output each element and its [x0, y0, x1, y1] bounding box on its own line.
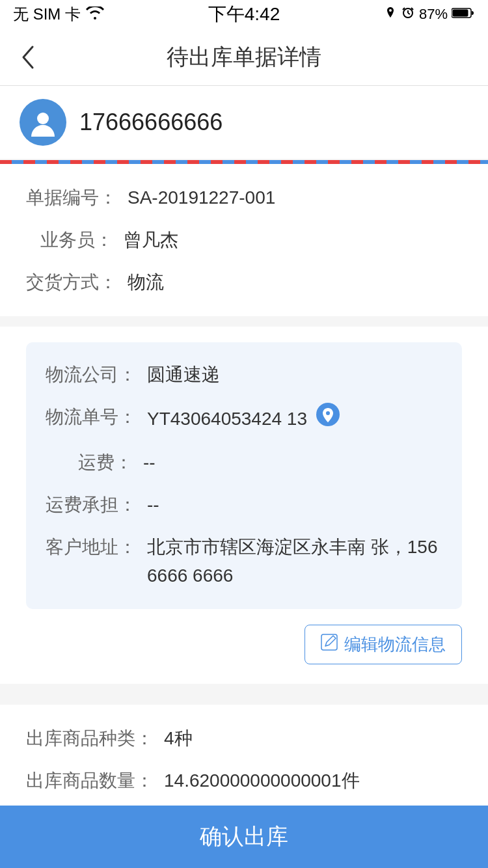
location-icon	[384, 6, 397, 23]
edit-logistics-button[interactable]: 编辑物流信息	[305, 625, 462, 664]
freight-bearer-value: --	[147, 491, 442, 520]
address-label: 客户地址：	[46, 533, 147, 562]
goods-quantity-label: 出库商品数量：	[26, 766, 164, 796]
edit-logistics-container: 编辑物流信息	[26, 625, 462, 664]
staff-value: 曾凡杰	[124, 226, 462, 255]
logistics-section: 物流公司： 圆通速递 物流单号： YT43064053424 13 运费：	[0, 327, 488, 684]
delivery-method-row: 交货方式： 物流	[26, 268, 462, 297]
customer-phone: 17666666666	[79, 109, 223, 136]
logistics-company-label: 物流公司：	[46, 360, 147, 390]
location-pin-icon[interactable]	[316, 403, 340, 435]
delivery-method-value: 物流	[128, 268, 462, 297]
status-left: 无 SIM 卡	[13, 4, 104, 25]
freight-value: --	[143, 448, 442, 478]
edit-logistics-label: 编辑物流信息	[344, 633, 446, 656]
freight-bearer-row: 运费承担： --	[46, 491, 442, 520]
svg-rect-4	[453, 10, 468, 17]
carrier-text: 无 SIM 卡	[13, 4, 81, 25]
edit-icon	[321, 634, 338, 655]
confirm-button[interactable]: 确认出库	[0, 806, 488, 868]
freight-row: 运费： --	[46, 448, 442, 478]
alarm-icon	[401, 5, 415, 23]
document-number-row: 单据编号： SA-20191227-001	[26, 183, 462, 213]
document-number-value: SA-20191227-001	[128, 183, 462, 213]
section-divider	[0, 694, 488, 705]
logistics-inner: 物流公司： 圆通速递 物流单号： YT43064053424 13 运费：	[26, 342, 462, 609]
tracking-number-value: YT43064053424 13	[147, 403, 442, 435]
avatar	[20, 99, 66, 146]
back-button[interactable]	[20, 44, 35, 70]
goods-quantity-row: 出库商品数量： 14.620000000000001件	[26, 766, 462, 796]
goods-quantity-value: 14.620000000000001件	[164, 766, 462, 796]
freight-bearer-label: 运费承担：	[46, 491, 147, 520]
time-display: 下午4:42	[208, 2, 280, 27]
confirm-label: 确认出库	[200, 822, 288, 852]
svg-line-2	[408, 13, 410, 14]
tracking-number-label: 物流单号：	[46, 403, 147, 432]
nav-bar: 待出库单据详情	[0, 29, 488, 86]
goods-type-row: 出库商品种类： 4种	[26, 724, 462, 753]
address-row: 客户地址： 北京市市辖区海淀区永丰南 张，156 6666 6666	[46, 533, 442, 591]
freight-label: 运费：	[46, 448, 143, 478]
order-info-section: 单据编号： SA-20191227-001 业务员： 曾凡杰 交货方式： 物流	[0, 164, 488, 316]
staff-row: 业务员： 曾凡杰	[26, 226, 462, 255]
customer-header: 17666666666	[0, 86, 488, 159]
document-number-label: 单据编号：	[26, 183, 128, 213]
logistics-company-value: 圆通速递	[147, 360, 442, 390]
battery-text: 87%	[419, 6, 448, 23]
svg-point-6	[316, 403, 340, 426]
tracking-number-row: 物流单号： YT43064053424 13	[46, 403, 442, 435]
status-right: 87%	[384, 5, 475, 23]
goods-type-value: 4种	[164, 724, 462, 753]
address-value: 北京市市辖区海淀区永丰南 张，156 6666 6666	[147, 533, 442, 591]
page-title: 待出库单据详情	[167, 42, 321, 72]
battery-icon	[452, 6, 475, 23]
status-bar: 无 SIM 卡 下午4:42 87%	[0, 0, 488, 29]
staff-label: 业务员：	[26, 226, 124, 255]
delivery-method-label: 交货方式：	[26, 268, 128, 297]
goods-type-label: 出库商品种类：	[26, 724, 164, 753]
wifi-icon	[86, 5, 104, 23]
svg-point-5	[37, 113, 49, 124]
logistics-company-row: 物流公司： 圆通速递	[46, 360, 442, 390]
